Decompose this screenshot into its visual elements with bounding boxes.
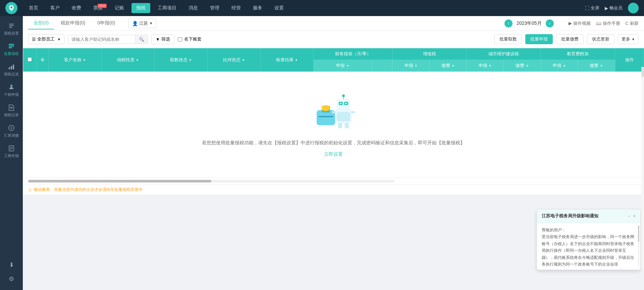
period-display: 2023年05月 [517, 20, 542, 26]
vat-pay-filter[interactable]: ▼ [451, 64, 455, 68]
video-icon: ▶ [569, 21, 572, 26]
sidebar-item-tax-settings[interactable]: 报税设置 [0, 19, 23, 39]
staff-dropdown-icon: ▼ [57, 38, 61, 41]
svg-point-33 [342, 94, 345, 97]
status-update-button[interactable]: 状态更新 [587, 34, 614, 44]
nav-tax[interactable]: 报税 [131, 3, 150, 13]
province-dropdown-icon: ▼ [149, 21, 153, 25]
select-all-checkbox[interactable] [28, 57, 32, 62]
period-prev-button[interactable]: ‹ [504, 19, 513, 27]
sub-account-checkbox-input[interactable] [178, 37, 182, 42]
vat-declare-filter[interactable]: ▼ [414, 64, 418, 68]
vat-pay-sub-header: 缴费 ▼ [430, 60, 467, 72]
annual-report-icon [8, 145, 15, 152]
nav-invoice[interactable]: 票据 NEW [89, 3, 107, 13]
edu-declare-filter[interactable]: ▼ [563, 64, 566, 68]
nav-operations[interactable]: 经营 [227, 3, 246, 13]
search-button[interactable]: 🔍 [135, 35, 148, 44]
staff-list-icon: ☰ [32, 37, 36, 42]
member-icon: ▶ [605, 6, 608, 11]
staff-selector[interactable]: ☰ 全部员工 ▼ [28, 34, 64, 44]
toolbar-right: 批量取数 批量申报 批量缴费 状态更新 更多 ▼ [494, 34, 639, 44]
operation-video-link[interactable]: ▶ 操作视频 [569, 20, 591, 26]
svg-rect-35 [351, 111, 355, 113]
refresh-icon: C [626, 21, 629, 26]
tax-settings-icon [8, 22, 15, 29]
batch-declare-button[interactable]: 批量申报 [525, 34, 553, 44]
nav-services[interactable]: 服务 [248, 3, 267, 13]
batch-pay-button[interactable]: 批量缴费 [556, 34, 584, 44]
svg-rect-2 [9, 25, 14, 26]
sidebar-item-download[interactable]: ⬇ [0, 258, 23, 272]
batch-fetch-button[interactable]: 批量取数 [494, 34, 522, 44]
sidebar-item-batch-tax[interactable]: 批量报税 [0, 39, 23, 60]
nav-customer[interactable]: 客户 [46, 3, 64, 13]
nav-messages[interactable]: 消息 [184, 3, 203, 13]
tab-zero-declare[interactable]: 0申报(0) [92, 17, 120, 29]
svg-rect-1 [9, 24, 14, 24]
sidebar-item-personal-tax[interactable]: 个税申报 [0, 80, 23, 100]
status-message: 验证账密、采集信息均成功的企业才会流转至批量报税页面中 [34, 187, 143, 193]
fetch-status-filter-icon[interactable]: ▼ [189, 58, 192, 62]
svg-rect-30 [340, 103, 342, 104]
app-logo [5, 2, 17, 14]
select-all-header [23, 48, 37, 72]
more-button[interactable]: 更多 ▼ [618, 34, 639, 44]
setup-link[interactable]: 立即设置 [324, 151, 343, 157]
nav-settings[interactable]: 设置 [270, 3, 288, 13]
filter-button[interactable]: ▼ 筛选 [151, 34, 174, 44]
tax-records-icon [8, 104, 15, 111]
nav-accounting[interactable]: 记账 [110, 3, 129, 13]
period-next-button[interactable]: › [546, 19, 554, 27]
sidebar-item-tax-overview[interactable]: 报税总览 [0, 60, 23, 80]
tab-all[interactable]: 全部(0) [28, 17, 54, 29]
svg-rect-26 [337, 112, 350, 121]
tax-nature-header: 纳税性质 ▼ [102, 48, 155, 72]
check-result-header: 检查结果 ▼ [261, 48, 314, 72]
province-selector[interactable]: 👤 江苏 ▼ [128, 19, 156, 28]
svg-rect-9 [13, 65, 14, 69]
popup-header: 江苏电子税务局升级影响通知 − × [537, 210, 640, 223]
operation-manual-link[interactable]: 📖 操作手册 [596, 20, 620, 26]
nav-management[interactable]: 管理 [205, 3, 224, 13]
check-result-filter-icon[interactable]: ▼ [295, 58, 298, 62]
popup-body: 尊敬的用户： 受当前电子税务局进一步升级的影响，同一个政务网账号（办税人）名下的… [537, 223, 640, 270]
sidebar-item-annual-report[interactable]: 工商年报 [0, 141, 23, 162]
user-avatar[interactable] [628, 3, 639, 13]
status-bar: ⚠ 验证账密、采集信息均成功的企业才会流转至批量报税页面中 [23, 185, 644, 195]
svg-rect-7 [9, 67, 10, 69]
compare-status-filter-icon[interactable]: ▼ [242, 58, 245, 62]
nav-business[interactable]: 工商项目 [153, 3, 181, 13]
edu-pay-filter[interactable]: ▼ [600, 64, 603, 68]
horizontal-scroll-thumb[interactable] [28, 180, 211, 183]
main-scrollbar-thumb[interactable] [641, 67, 644, 77]
popup-minimize-button[interactable]: − [628, 213, 630, 219]
city-pay-filter[interactable]: ▼ [526, 64, 529, 68]
popup-scrollbar-thumb[interactable] [638, 225, 639, 242]
svg-rect-21 [318, 116, 333, 117]
tab-tax-declare[interactable]: 税款申报(0) [55, 17, 91, 29]
city-declare-filter[interactable]: ▼ [488, 64, 492, 68]
financial-declare-filter[interactable]: ▼ [346, 64, 350, 68]
vat-header: 增值税 [392, 48, 467, 60]
tax-nature-filter-icon[interactable]: ▼ [136, 58, 139, 62]
customer-filter-icon[interactable]: ▼ [83, 58, 86, 62]
fullscreen-button[interactable]: ⛶ 全屏 [585, 5, 599, 11]
city-declare-sub-header: 申报 ▼ [467, 60, 504, 72]
popup-close-button[interactable]: × [633, 213, 636, 219]
refresh-button[interactable]: C 刷新 [626, 20, 639, 26]
sub-account-checkbox[interactable]: 名下账套 [178, 36, 202, 42]
financial-declare-sub-header: 申报 ▼ [314, 60, 372, 72]
sidebar-item-settlement[interactable]: ¥ 汇算清缴 [0, 121, 23, 141]
sidebar-item-settings[interactable]: ⚙ [0, 272, 23, 286]
horizontal-scroll-track[interactable] [28, 180, 394, 183]
nav-home[interactable]: 首页 [24, 3, 43, 13]
sidebar-item-tax-records[interactable]: 报税记录 [0, 100, 23, 121]
sidebar: 报税设置 批量报税 报税总览 个税申报 [0, 16, 23, 290]
popup-controls: − × [628, 213, 636, 219]
vat-declare-sub-header: 申报 ▼ [392, 60, 430, 72]
nav-billing[interactable]: 收费 [67, 3, 86, 13]
svg-rect-31 [345, 103, 347, 104]
search-input[interactable] [68, 35, 135, 44]
member-button[interactable]: ▶ 畅会员 [605, 5, 623, 11]
